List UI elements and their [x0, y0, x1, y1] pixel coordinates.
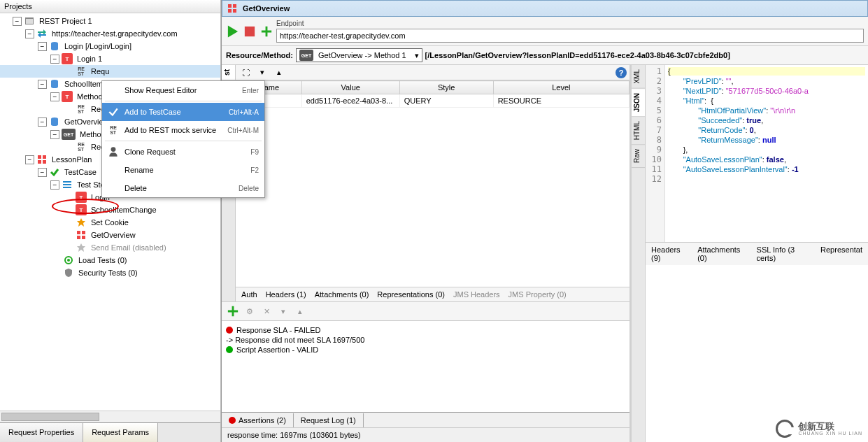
resource-icon — [49, 78, 60, 90]
tab-request-log[interactable]: Request Log (1) — [294, 413, 364, 427]
ctx-add-mock[interactable]: RESTAdd to REST mock serviceCtrl+Alt-M — [102, 121, 264, 139]
request-tabs: Auth Headers (1) Attachments (0) Represe… — [236, 287, 629, 301]
run-button[interactable] — [226, 24, 240, 38]
svg-point-23 — [67, 259, 70, 262]
vtab-json[interactable]: JSON — [632, 89, 645, 117]
method-icon: T — [76, 204, 87, 215]
horizontal-scrollbar[interactable] — [0, 411, 220, 422]
gauge-icon — [63, 255, 74, 266]
tab-attachments[interactable]: Attachments (0) — [315, 290, 369, 299]
svg-rect-28 — [245, 26, 255, 36]
line-gutter: 123456789101112 — [646, 65, 665, 242]
chevron-up-icon[interactable]: ▴ — [293, 304, 307, 318]
tab-request-properties[interactable]: Request Properties — [0, 423, 83, 442]
projects-header: Projects — [0, 0, 220, 13]
star-icon — [76, 217, 87, 228]
tree-request-selected[interactable]: RESTRequ — [0, 65, 220, 78]
tab-resp-attachments[interactable]: Attachments (0) — [697, 245, 748, 262]
tree-login1[interactable]: −TLogin 1 — [0, 52, 220, 65]
editor-title: GetOverview — [243, 4, 290, 13]
get-badge-icon: GET — [62, 129, 76, 140]
tree-login-resource[interactable]: −Login [/Login/Login] — [0, 40, 220, 52]
svg-rect-11 — [38, 155, 41, 159]
svg-rect-1 — [26, 19, 33, 24]
params-toolbar: ⛶ ▾ ▴ ? — [236, 65, 629, 80]
svg-rect-25 — [233, 4, 236, 8]
endpoint-input[interactable] — [276, 29, 864, 43]
ctx-add-testcase[interactable]: Add to TestCaseCtrl+Alt-A — [102, 103, 264, 121]
swap-icon — [36, 28, 48, 39]
tree-project[interactable]: −REST Project 1 — [0, 15, 220, 27]
tab-representations[interactable]: Representations (0) — [377, 290, 445, 299]
params-table[interactable]: NameValueStyleLevel nIDedd51176-ece2-4a0… — [236, 80, 629, 287]
resource-method-select[interactable]: GET GetOverview -> Method 1 ▾ — [296, 48, 422, 62]
ctx-clone[interactable]: Clone RequestF9 — [102, 143, 264, 161]
svg-rect-24 — [228, 4, 232, 8]
tab-jms-headers[interactable]: JMS Headers — [453, 290, 500, 299]
check-icon — [108, 106, 119, 117]
add-button[interactable] — [259, 24, 273, 38]
chevron-down-icon: ▾ — [415, 51, 419, 60]
svg-rect-13 — [38, 160, 41, 164]
svg-point-29 — [111, 147, 116, 152]
ctx-show-editor[interactable]: Show Request EditorEnter — [102, 81, 264, 99]
tab-ssl-info[interactable]: SSL Info (3 certs) — [757, 245, 812, 262]
tab-jms-property[interactable]: JMS Property (0) — [508, 290, 567, 299]
vtab-html[interactable]: HTML — [632, 117, 645, 145]
svg-point-7 — [51, 85, 58, 88]
star-icon — [76, 242, 87, 253]
svg-rect-16 — [63, 184, 71, 185]
tab-request-params[interactable]: Request Params — [83, 423, 158, 442]
expand-icon[interactable]: ⛶ — [239, 66, 252, 80]
svg-rect-21 — [82, 236, 85, 239]
steps-icon — [62, 179, 73, 190]
chevron-down-icon[interactable]: ▾ — [276, 304, 290, 318]
tree-loadtests[interactable]: Load Tests (0) — [0, 254, 220, 266]
tree-step-cookie[interactable]: Set Cookie — [0, 216, 220, 229]
help-icon[interactable]: ? — [616, 67, 627, 78]
tab-auth[interactable]: Auth — [241, 290, 257, 299]
svg-point-4 — [51, 48, 58, 50]
method-icon: T — [62, 91, 73, 102]
tab-headers[interactable]: Headers (1) — [266, 290, 306, 299]
tree-step-email[interactable]: Send Email (disabled) — [0, 241, 220, 254]
tree-sectests[interactable]: Security Tests (0) — [0, 266, 220, 279]
method-icon: T — [62, 53, 73, 64]
vtab-raw[interactable]: Raw — [632, 145, 645, 168]
fail-dot-icon — [226, 327, 233, 334]
rest-icon: REST — [76, 141, 87, 152]
tree-host[interactable]: −https://teacher-test.grapecitydev.com — [0, 27, 220, 40]
project-tree[interactable]: −REST Project 1 −https://teacher-test.gr… — [0, 13, 220, 411]
svg-rect-20 — [77, 236, 80, 239]
tab-resp-headers[interactable]: Headers (9) — [651, 245, 689, 262]
check-icon — [49, 166, 60, 178]
tab-resp-representations[interactable]: Representat — [820, 245, 862, 262]
vtab-xml[interactable]: XML — [632, 65, 645, 89]
project-icon — [24, 15, 35, 27]
chevron-down-icon[interactable]: ▾ — [255, 66, 269, 80]
gear-icon[interactable]: ⚙ — [243, 304, 257, 318]
person-icon — [108, 146, 119, 157]
stop-button[interactable] — [243, 24, 257, 38]
svg-rect-18 — [77, 231, 80, 234]
resource-path: [/LessonPlan/GetOverview?lessonPlanID=ed… — [425, 51, 730, 59]
tree-step-getoverview[interactable]: GetOverview — [0, 229, 220, 241]
vtab-request[interactable]: st — [222, 65, 235, 80]
resource-icon — [49, 41, 60, 52]
close-icon[interactable]: ✕ — [259, 304, 273, 318]
response-tabs: Headers (9) Attachments (0) SSL Info (3 … — [646, 242, 868, 265]
table-row[interactable]: nIDedd51176-ece2-4a03-8...QUERYRESOURCE — [236, 94, 629, 108]
ctx-rename[interactable]: RenameF2 — [102, 161, 264, 179]
chevron-up-icon[interactable]: ▴ — [272, 66, 286, 80]
shield-icon — [63, 267, 74, 278]
svg-rect-27 — [233, 9, 236, 13]
code-content: { "PrevLPID": "", "NextLPID": "571677d5-… — [665, 65, 868, 242]
testsuite-icon — [36, 154, 48, 165]
add-assertion-button[interactable] — [226, 304, 240, 318]
response-body[interactable]: 123456789101112 { "PrevLPID": "", "NextL… — [646, 65, 868, 242]
rest-icon: REST — [76, 66, 87, 77]
rest-icon: REST — [108, 124, 119, 136]
tab-assertions[interactable]: Assertions (2) — [222, 413, 294, 427]
ctx-delete[interactable]: DeleteDelete — [102, 179, 264, 197]
tree-step-school[interactable]: TSchoolItemChange — [0, 204, 220, 216]
